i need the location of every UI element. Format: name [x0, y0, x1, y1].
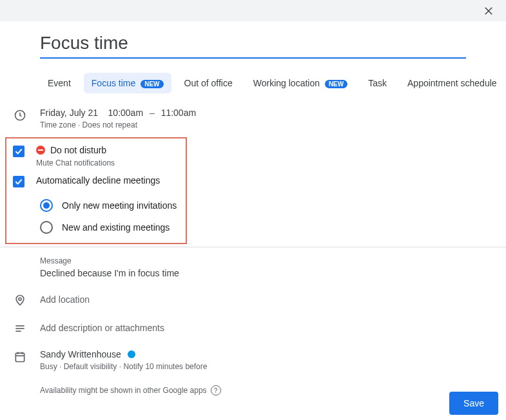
- help-icon[interactable]: ?: [211, 385, 221, 396]
- organizer-subline[interactable]: Busy · Default visibility · Notify 10 mi…: [40, 362, 506, 371]
- badge-new: NEW: [325, 80, 347, 88]
- svg-rect-7: [15, 353, 24, 361]
- divider: [0, 247, 506, 247]
- tab-label: Working location: [253, 78, 320, 88]
- date-time[interactable]: Friday, July 21 10:00am – 11:00am: [40, 108, 506, 118]
- end-time: 11:00am: [161, 108, 196, 118]
- location-icon: [0, 292, 40, 307]
- radio-new-and-existing-label: New and existing meetings: [62, 222, 170, 233]
- clock-icon: [0, 108, 40, 122]
- tab-label: Focus time: [92, 78, 135, 88]
- tab-event[interactable]: Event: [40, 73, 79, 93]
- tab-focus-time[interactable]: Focus time NEW: [84, 73, 171, 93]
- dnd-checkbox[interactable]: [13, 146, 24, 157]
- radio-new-and-existing[interactable]: [40, 221, 53, 234]
- dnd-subtext: Mute Chat notifications: [36, 158, 179, 167]
- svg-point-3: [19, 298, 21, 300]
- dnd-minus-icon: [36, 146, 45, 155]
- calendar-color-dot[interactable]: [128, 350, 135, 358]
- date-day: Friday, July 21: [40, 108, 98, 118]
- calendar-icon: [0, 349, 40, 371]
- message-caption: Message: [40, 256, 506, 265]
- dnd-label: Do not disturb: [50, 145, 106, 155]
- radio-only-new-label: Only new meeting invitations: [62, 200, 177, 211]
- availability-note: Availability might be shown in other Goo…: [40, 386, 207, 395]
- organizer-name[interactable]: Sandy Writtenhouse: [40, 349, 121, 359]
- event-title[interactable]: Focus time: [40, 33, 466, 53]
- save-button[interactable]: Save: [449, 392, 498, 415]
- start-time: 10:00am: [108, 108, 143, 118]
- auto-decline-label: Automatically decline meetings: [36, 175, 160, 186]
- tab-out-of-office[interactable]: Out of office: [177, 73, 240, 93]
- radio-only-new[interactable]: [40, 199, 53, 212]
- tab-appointment-schedule[interactable]: Appointment schedule: [400, 73, 505, 93]
- event-type-tabs: Event Focus time NEW Out of office Worki…: [40, 73, 506, 93]
- auto-decline-checkbox[interactable]: [13, 176, 24, 187]
- timezone-repeat[interactable]: Time zone · Does not repeat: [40, 120, 506, 129]
- tab-task[interactable]: Task: [360, 73, 394, 93]
- dialog-header: [0, 0, 506, 21]
- auto-decline-options: Only new meeting invitations New and exi…: [40, 199, 179, 234]
- close-icon[interactable]: [483, 5, 494, 17]
- time-separator: –: [150, 108, 155, 118]
- add-description[interactable]: Add description or attachments: [40, 323, 164, 333]
- tab-working-location[interactable]: Working location NEW: [246, 73, 355, 93]
- description-icon: [0, 321, 40, 335]
- decline-message[interactable]: Declined because I'm in focus time: [40, 268, 506, 278]
- focus-options-highlight: Do not disturb Mute Chat notifications A…: [5, 137, 187, 244]
- badge-new: NEW: [141, 80, 163, 88]
- add-location[interactable]: Add location: [40, 294, 90, 305]
